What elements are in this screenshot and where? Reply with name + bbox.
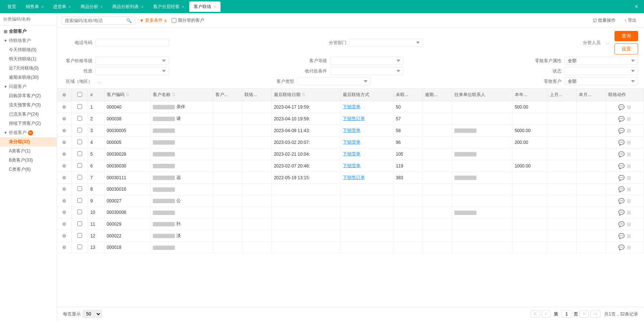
row-checkbox[interactable]: [72, 101, 88, 113]
row-settings[interactable]: ⚙: [57, 172, 72, 184]
row-settings[interactable]: ⚙: [57, 242, 72, 253]
sidebar-item-class-c[interactable]: C类客户(6): [0, 165, 57, 174]
sidebar-item-7day-pending[interactable]: 近7天待联络(0): [0, 64, 57, 73]
dept-select[interactable]: [349, 39, 423, 47]
message-action-icon[interactable]: 💬: [618, 244, 624, 250]
query-button[interactable]: 查询: [615, 31, 638, 41]
row-last-contact-method[interactable]: 下销货单: [341, 148, 394, 160]
grid-action-icon[interactable]: ⊞: [627, 128, 631, 134]
sidebar-item-ungrouped[interactable]: 未分组(32): [0, 137, 57, 147]
grid-action-icon[interactable]: ⊞: [627, 244, 631, 250]
export-button[interactable]: ↑ 导出: [622, 16, 640, 25]
row-settings[interactable]: ⚙: [57, 184, 72, 195]
message-action-icon[interactable]: 💬: [618, 151, 624, 157]
first-page-button[interactable]: K: [531, 310, 540, 318]
row-last-contact-method[interactable]: 下销售订单: [341, 172, 394, 184]
row-checkbox[interactable]: [72, 242, 88, 253]
row-settings[interactable]: ⚙: [57, 218, 72, 230]
prev-page-button[interactable]: <: [542, 310, 551, 318]
reset-button[interactable]: 设置: [615, 43, 638, 54]
person-more-icon[interactable]: ...: [606, 40, 609, 45]
message-action-icon[interactable]: 💬: [618, 175, 624, 181]
row-checkbox[interactable]: [72, 195, 88, 207]
message-action-icon[interactable]: 💬: [618, 163, 624, 169]
close-icon[interactable]: ×: [182, 4, 184, 9]
sidebar-search-input[interactable]: [3, 17, 57, 22]
all-customers-header[interactable]: ⊞ 全部客户: [0, 25, 57, 36]
sidebar-item-today-pending[interactable]: 今天待联络(0): [0, 45, 57, 54]
name-column-header[interactable]: 客户名称 ⇅: [151, 89, 213, 101]
row-checkbox[interactable]: [72, 230, 88, 242]
row-settings[interactable]: ⚙: [57, 125, 72, 137]
row-last-contact-method[interactable]: 下销售订单: [341, 113, 394, 125]
last-contact-method-link[interactable]: 下销货单: [343, 128, 360, 133]
close-icon[interactable]: ×: [214, 4, 216, 9]
last-contact-method-link[interactable]: 下销货单: [343, 151, 360, 156]
select-all-checkbox[interactable]: [77, 92, 82, 97]
grid-action-icon[interactable]: ⊞: [627, 186, 631, 192]
grid-action-icon[interactable]: ⊞: [627, 221, 631, 227]
row-settings[interactable]: ⚙: [57, 113, 72, 125]
message-action-icon[interactable]: 💬: [618, 198, 624, 204]
grid-action-icon[interactable]: ⊞: [627, 233, 631, 239]
row-last-contact-method[interactable]: 下销货单: [341, 137, 394, 148]
row-last-contact-method[interactable]: 下销货单: [341, 101, 394, 113]
last-contact-method-link[interactable]: 下销货单: [343, 140, 360, 145]
row-settings[interactable]: ⚙: [57, 148, 72, 160]
row-checkbox[interactable]: [72, 207, 88, 218]
message-action-icon[interactable]: 💬: [618, 140, 624, 145]
row-last-contact-method[interactable]: 下销货单: [341, 160, 394, 172]
batch-operation-button[interactable]: ☑ 批量操作: [590, 16, 619, 25]
row-checkbox[interactable]: [72, 160, 88, 172]
region-more-icon[interactable]: ...: [98, 79, 101, 84]
next-page-button[interactable]: >: [580, 310, 589, 318]
grid-action-icon[interactable]: ⊞: [627, 209, 631, 215]
row-last-contact-method[interactable]: 下销货单: [341, 125, 394, 137]
my-customers-check[interactable]: [172, 18, 176, 23]
value-customers-group[interactable]: ▼ 价值客户 ↻: [0, 128, 57, 137]
sidebar-item-repurchase-anomaly[interactable]: 回购异常客户(2): [0, 91, 57, 100]
row-checkbox[interactable]: [72, 148, 88, 160]
message-action-icon[interactable]: 💬: [618, 209, 624, 215]
refresh-icon[interactable]: ↻: [28, 130, 33, 135]
page-size-select[interactable]: 20 50 100: [83, 310, 102, 318]
status-select[interactable]: [564, 67, 638, 75]
close-all-button[interactable]: ×: [632, 3, 641, 10]
last-contact-method-link[interactable]: 下销售订单: [343, 116, 365, 121]
last-contact-date-column-header[interactable]: 最后联络日期 ⇅: [271, 89, 341, 101]
zero-customer-select[interactable]: 全部: [564, 77, 638, 85]
message-action-icon[interactable]: 💬: [618, 116, 624, 122]
row-checkbox[interactable]: [72, 137, 88, 148]
message-action-icon[interactable]: 💬: [618, 128, 624, 134]
tab-customer-contact[interactable]: 客户联络 ×: [189, 1, 220, 12]
message-action-icon[interactable]: 💬: [618, 186, 624, 192]
pending-contact-group[interactable]: ▼ 待联络客户: [0, 36, 57, 45]
close-icon[interactable]: ×: [68, 4, 71, 9]
phone-input[interactable]: [95, 39, 169, 47]
my-customers-checkbox[interactable]: 我分管的客户: [172, 17, 204, 24]
grid-action-icon[interactable]: ⊞: [627, 163, 631, 169]
tab-purchase[interactable]: 进货单 ×: [49, 1, 75, 12]
nature-select[interactable]: [95, 67, 169, 75]
row-settings[interactable]: ⚙: [57, 230, 72, 242]
row-settings[interactable]: ⚙: [57, 207, 72, 218]
sidebar-item-overdue[interactable]: 逾期未联络(30): [0, 73, 57, 82]
message-action-icon[interactable]: 💬: [618, 104, 624, 110]
grid-action-icon[interactable]: ⊞: [627, 198, 631, 204]
close-icon[interactable]: ×: [41, 4, 43, 9]
settings-column-header[interactable]: ⚙: [57, 89, 72, 101]
pay-select[interactable]: [330, 67, 404, 75]
grid-action-icon[interactable]: ⊞: [627, 151, 631, 157]
row-checkbox[interactable]: [72, 218, 88, 230]
tab-sales[interactable]: 销售单 ×: [21, 1, 48, 12]
last-contact-method-link[interactable]: 下销货单: [343, 163, 360, 168]
tab-product-analysis[interactable]: 商品分析 ×: [76, 1, 107, 12]
row-checkbox[interactable]: [72, 125, 88, 137]
search-icon[interactable]: 🔍: [126, 18, 132, 23]
row-settings[interactable]: ⚙: [57, 195, 72, 207]
sidebar-item-tomorrow-pending[interactable]: 明天待联络(1): [0, 54, 57, 64]
code-column-header[interactable]: 客户编码 ⇅: [104, 89, 151, 101]
tab-home[interactable]: 首页: [3, 1, 21, 12]
message-action-icon[interactable]: 💬: [618, 221, 624, 227]
row-checkbox[interactable]: [72, 113, 88, 125]
